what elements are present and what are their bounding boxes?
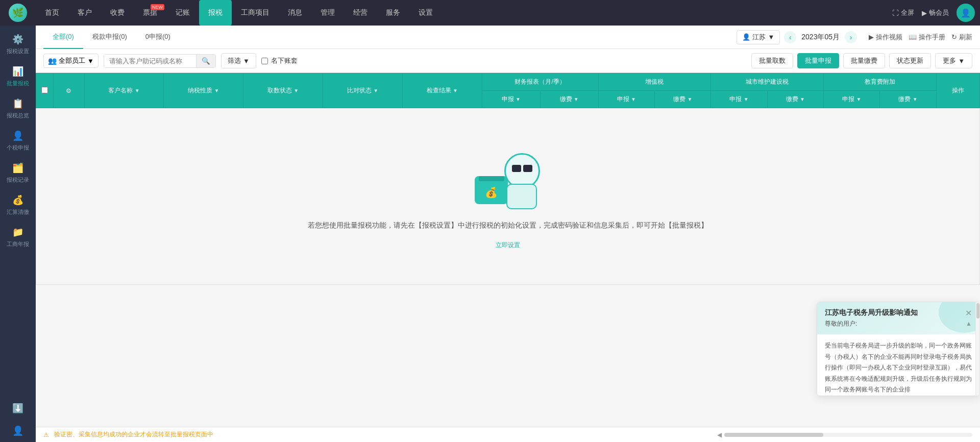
nav-service[interactable]: 服务 bbox=[377, 0, 409, 26]
month-nav: ‹ 2023年05月 › bbox=[784, 31, 857, 43]
setup-link[interactable]: 立即设置 bbox=[496, 241, 520, 250]
fullscreen-btn[interactable]: ⛶ 全屏 bbox=[892, 8, 914, 17]
th-vat-declare: 申报 ▼ bbox=[598, 91, 654, 108]
customer-filter-icon[interactable]: ▼ bbox=[135, 88, 140, 93]
nav-right: ⛶ 全屏 ▶ 畅会员 👤 bbox=[892, 4, 975, 22]
user-icon: 👤 bbox=[12, 425, 24, 437]
th-education-extra: 教育费附加 bbox=[824, 73, 937, 91]
sidebar-item-tax-records[interactable]: 🗂️ 报税记录 bbox=[0, 157, 36, 189]
fullscreen-icon: ⛶ bbox=[892, 9, 899, 17]
scroll-left-icon[interactable]: ◀ bbox=[717, 431, 722, 438]
table-header: ⚙ 客户名称 ▼ 纳税性质 ▼ 取数状态 ▼ bbox=[36, 73, 980, 108]
personal-tax-icon: 👤 bbox=[12, 130, 24, 142]
sidebar-item-user[interactable]: 👤 bbox=[9, 420, 27, 442]
nav-invoice[interactable]: 票据 NEW bbox=[134, 0, 166, 26]
more-chevron-icon: ▼ bbox=[958, 57, 965, 65]
download-icon: ⬇️ bbox=[12, 402, 24, 414]
refresh-btn[interactable]: ↻ 刷新 bbox=[951, 33, 972, 42]
operation-video-btn[interactable]: ▶ 操作视频 bbox=[869, 33, 902, 42]
select-all-checkbox[interactable] bbox=[41, 87, 48, 93]
batch-tax-icon: 📊 bbox=[12, 65, 24, 78]
sidebar-item-personal-tax[interactable]: 👤 个税申报 bbox=[0, 125, 36, 157]
sidebar-item-batch-tax[interactable]: 📊 批量报税 bbox=[0, 60, 36, 92]
notification-scrollbar[interactable] bbox=[975, 302, 979, 396]
annual-report-icon: 📁 bbox=[12, 226, 24, 238]
horizontal-scrollbar[interactable]: ◀ bbox=[717, 431, 972, 438]
sidebar-item-settlement[interactable]: 💰 汇算清缴 bbox=[0, 189, 36, 221]
th-check-result: 检查结果 ▼ bbox=[402, 73, 482, 108]
employee-select[interactable]: 👥 全部员工 ▼ bbox=[43, 54, 99, 68]
fetch-filter-icon[interactable]: ▼ bbox=[293, 88, 299, 93]
th-vat-pay: 缴费 ▼ bbox=[654, 91, 710, 108]
th-financial-declare: 申报 ▼ bbox=[482, 91, 540, 108]
new-badge: NEW bbox=[151, 4, 164, 10]
nav-fee[interactable]: 收费 bbox=[101, 0, 134, 26]
notification-header: 江苏电子税务局升级影响通知 尊敬的用户: ✕ ▲ bbox=[817, 302, 979, 334]
operation-manual-btn[interactable]: 📖 操作手册 bbox=[909, 33, 945, 42]
th-fetch-status: 取数状态 ▼ bbox=[243, 73, 323, 108]
data-table: ⚙ 客户名称 ▼ 纳税性质 ▼ 取数状态 ▼ bbox=[36, 73, 980, 285]
filter-chevron-icon: ▼ bbox=[243, 57, 250, 65]
content-wrapper: ⚙ 客户名称 ▼ 纳税性质 ▼ 取数状态 ▼ bbox=[36, 73, 980, 427]
sidebar-item-tax-settings[interactable]: ⚙️ 报税设置 bbox=[0, 28, 36, 60]
th-edu-declare: 申报 ▼ bbox=[824, 91, 880, 108]
sub-accounts-checkbox-label[interactable]: 名下账套 bbox=[261, 56, 298, 65]
notification-body: 受当前电子税务局进一步升级的影响，同一个政务网账号（办税人）名下的企业不能再同时… bbox=[817, 334, 979, 396]
tab-all[interactable]: 全部(0) bbox=[43, 26, 83, 49]
manual-icon: 📖 bbox=[909, 33, 917, 41]
nav-operation[interactable]: 经营 bbox=[344, 0, 377, 26]
tab-tax-declare[interactable]: 税款申报(0) bbox=[83, 26, 136, 49]
th-financial-pay: 缴费 ▼ bbox=[540, 91, 598, 108]
robot-illustration: 💰 bbox=[472, 143, 544, 209]
batch-pay-btn[interactable]: 批量缴费 bbox=[843, 53, 885, 68]
check-filter-icon[interactable]: ▼ bbox=[453, 88, 458, 93]
bottom-bar: ⚠ 验证密、采集信息均成功的企业才会流转至批量报税页面中 ◀ bbox=[36, 427, 980, 442]
avatar[interactable]: 👤 bbox=[957, 4, 975, 22]
batch-fetch-btn[interactable]: 批量取数 bbox=[751, 53, 793, 68]
nav-settings[interactable]: 设置 bbox=[409, 0, 442, 26]
batch-declare-btn[interactable]: 批量申报 bbox=[797, 53, 839, 68]
nav-message[interactable]: 消息 bbox=[279, 0, 311, 26]
notification-popup: 江苏电子税务局升级影响通知 尊敬的用户: ✕ ▲ 受当前电子税务局进一步升级的影… bbox=[817, 302, 980, 396]
th-tax-nature: 纳税性质 ▼ bbox=[164, 73, 243, 108]
sub-accounts-checkbox[interactable] bbox=[261, 58, 268, 64]
sidebar-bottom: ⬇️ 👤 bbox=[9, 397, 27, 442]
month-prev-btn[interactable]: ‹ bbox=[784, 31, 796, 43]
sidebar-item-annual-report[interactable]: 📁 工商年报 bbox=[0, 221, 36, 253]
notification-scrollbar-thumb bbox=[976, 303, 979, 318]
tax-overview-icon: 📋 bbox=[12, 97, 24, 110]
member-btn[interactable]: ▶ 畅会员 bbox=[922, 8, 949, 17]
filter-btn[interactable]: 筛选 ▼ bbox=[221, 53, 256, 68]
region-icon: 👤 bbox=[742, 33, 750, 41]
employee-select-label: 全部员工 bbox=[59, 56, 85, 65]
month-next-btn[interactable]: › bbox=[845, 31, 857, 43]
refresh-icon: ↻ bbox=[951, 33, 957, 41]
nav-accounting[interactable]: 记账 bbox=[166, 0, 199, 26]
empty-state-cell: 💰 bbox=[36, 108, 980, 285]
nav-tax[interactable]: 报税 bbox=[199, 0, 232, 26]
nav-customer[interactable]: 客户 bbox=[68, 0, 101, 26]
nav-business[interactable]: 工商项目 bbox=[232, 0, 279, 26]
settings-icon[interactable]: ⚙ bbox=[66, 87, 71, 94]
tabs-actions: ▶ 操作视频 📖 操作手册 ↻ 刷新 bbox=[869, 33, 972, 42]
search-input-wrapper: 🔍 bbox=[104, 54, 216, 68]
sidebar-item-download[interactable]: ⬇️ bbox=[9, 397, 27, 420]
nav-home[interactable]: 首页 bbox=[36, 0, 68, 26]
region-selector[interactable]: 👤 江苏 ▼ bbox=[737, 30, 780, 44]
search-input[interactable] bbox=[104, 55, 196, 67]
th-edu-pay: 缴费 ▼ bbox=[880, 91, 936, 108]
th-city-pay: 缴费 ▼ bbox=[767, 91, 823, 108]
layout: ⚙️ 报税设置 📊 批量报税 📋 报税总览 👤 个税申报 🗂️ 报税记录 💰 汇… bbox=[0, 26, 980, 442]
empty-state: 💰 bbox=[41, 112, 974, 280]
search-button[interactable]: 🔍 bbox=[196, 55, 215, 67]
nav-management[interactable]: 管理 bbox=[311, 0, 344, 26]
more-btn[interactable]: 更多 ▼ bbox=[935, 53, 972, 68]
status-update-btn[interactable]: 状态更新 bbox=[889, 53, 931, 68]
tab-zero-declare[interactable]: 0申报(0) bbox=[136, 26, 180, 49]
main-content: 全部(0) 税款申报(0) 0申报(0) 👤 江苏 ▼ ‹ 2023年05月 › bbox=[36, 26, 980, 442]
toolbar-right: 批量取数 批量申报 批量缴费 状态更新 更多 ▼ bbox=[751, 53, 972, 68]
compare-filter-icon[interactable]: ▼ bbox=[373, 88, 378, 93]
tax-nature-filter-icon[interactable]: ▼ bbox=[214, 88, 219, 93]
sidebar-item-tax-overview[interactable]: 📋 报税总览 bbox=[0, 92, 36, 125]
chevron-down-icon: ▼ bbox=[768, 33, 774, 41]
